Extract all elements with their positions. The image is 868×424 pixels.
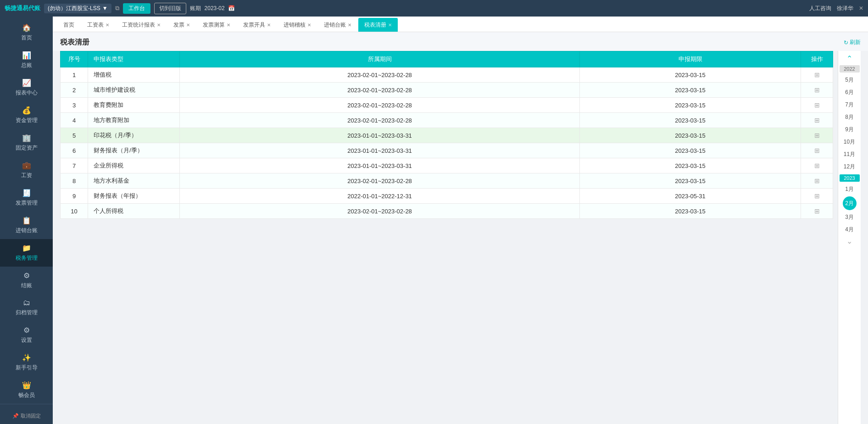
month-10[interactable]: 10月 bbox=[840, 136, 860, 148]
switch-old-button[interactable]: 切到旧版 bbox=[154, 3, 186, 14]
cell-deadline: 2023-03-15 bbox=[580, 173, 801, 189]
action-icon[interactable]: ⊞ bbox=[814, 147, 820, 154]
cell-action[interactable]: ⊞ bbox=[801, 128, 833, 143]
action-icon[interactable]: ⊞ bbox=[814, 162, 820, 169]
action-icon[interactable]: ⊞ bbox=[814, 207, 820, 215]
cell-deadline: 2023-03-15 bbox=[580, 67, 801, 83]
month-12[interactable]: 12月 bbox=[840, 161, 860, 173]
sidebar: 🏠 首页 📊 总账 📈 报表中心 💰 资金管理 🏢 固定资产 💼 工资 🧾 发票… bbox=[0, 17, 53, 424]
action-icon[interactable]: ⊞ bbox=[814, 192, 820, 200]
sidebar-item-tax-mgmt[interactable]: 📁 税务管理 bbox=[0, 239, 53, 267]
cell-action[interactable]: ⊞ bbox=[801, 189, 833, 204]
pin-icon: 📌 bbox=[12, 413, 19, 419]
tab-salary[interactable]: 工资表 ✕ bbox=[81, 18, 115, 32]
cell-period: 2023-02-01~2023-02-28 bbox=[180, 204, 580, 219]
action-icon[interactable]: ⊞ bbox=[814, 117, 820, 124]
sidebar-item-home[interactable]: 🏠 首页 bbox=[0, 19, 53, 46]
sidebar-item-settlement[interactable]: ⚙ 结账 bbox=[0, 267, 53, 294]
sidebar-item-general-ledger[interactable]: 📊 总账 bbox=[0, 46, 53, 74]
sidebar-item-new-guide[interactable]: ✨ 新手引导 bbox=[0, 349, 53, 376]
calendar-icon[interactable]: 📅 bbox=[228, 5, 235, 11]
tab-close-import-check[interactable]: ✕ bbox=[307, 22, 311, 28]
month-apr-2023[interactable]: 4月 bbox=[840, 223, 860, 236]
action-icon[interactable]: ⊞ bbox=[814, 101, 820, 109]
tab-home[interactable]: 首页 bbox=[57, 18, 80, 32]
col-header-period: 所属期间 bbox=[180, 51, 580, 67]
cell-seq: 7 bbox=[61, 158, 88, 173]
tab-import-account[interactable]: 进销台账 ✕ bbox=[318, 18, 357, 32]
sidebar-item-import-account[interactable]: 📋 进销台账 bbox=[0, 212, 53, 239]
copy-icon[interactable]: ⧉ bbox=[115, 5, 119, 12]
cell-type: 地方水利基金 bbox=[88, 173, 180, 189]
cell-action[interactable]: ⊞ bbox=[801, 98, 833, 113]
month-jan-2023[interactable]: 1月 bbox=[840, 183, 860, 195]
sidebar-item-invoice-mgmt[interactable]: 🧾 发票管理 bbox=[0, 184, 53, 212]
tab-close-invoice[interactable]: ✕ bbox=[186, 22, 190, 28]
tab-close-invoice-open[interactable]: ✕ bbox=[267, 22, 271, 28]
member-icon: 👑 bbox=[22, 381, 31, 390]
month-mar-2023[interactable]: 3月 bbox=[840, 211, 860, 223]
cell-period: 2023-02-01~2023-02-28 bbox=[180, 83, 580, 98]
month-7[interactable]: 7月 bbox=[840, 99, 860, 111]
refresh-button[interactable]: ↻ 刷新 bbox=[844, 39, 861, 46]
month-11[interactable]: 11月 bbox=[840, 148, 860, 161]
tab-close-tax-clear[interactable]: ✕ bbox=[388, 22, 392, 28]
month-6[interactable]: 6月 bbox=[840, 86, 860, 99]
tab-invoice-open[interactable]: 发票开具 ✕ bbox=[237, 18, 277, 32]
month-8[interactable]: 8月 bbox=[840, 111, 860, 123]
cell-action[interactable]: ⊞ bbox=[801, 143, 833, 158]
cell-action[interactable]: ⊞ bbox=[801, 83, 833, 98]
cancel-pin-button[interactable]: 📌 取消固定 bbox=[0, 409, 53, 423]
col-header-deadline: 申报期限 bbox=[580, 51, 801, 67]
tab-close-salary[interactable]: ✕ bbox=[106, 22, 109, 28]
month-5[interactable]: 5月 bbox=[840, 74, 860, 86]
tab-close-salary-report[interactable]: ✕ bbox=[157, 22, 161, 28]
action-icon[interactable]: ⊞ bbox=[814, 71, 820, 78]
cell-type: 个人所得税 bbox=[88, 204, 180, 219]
tab-close-import-account[interactable]: ✕ bbox=[348, 22, 351, 28]
sidebar-item-archive-mgmt[interactable]: 🗂 归档管理 bbox=[0, 294, 53, 321]
sidebar-bottom: 📌 取消固定 bbox=[0, 404, 53, 424]
user-menu[interactable]: 徐泽华 bbox=[837, 5, 853, 12]
tab-salary-report[interactable]: 工资统计报表 ✕ bbox=[116, 18, 167, 32]
company-selector[interactable]: (勿动）江西股宝-LSS ▼ bbox=[44, 4, 111, 13]
close-window-icon[interactable]: ✕ bbox=[859, 5, 863, 11]
cell-period: 2022-01-01~2022-12-31 bbox=[180, 189, 580, 204]
page-header: 税表清册 ↻ 刷新 bbox=[53, 32, 868, 51]
ledger-icon: 📊 bbox=[22, 51, 31, 60]
cell-deadline: 2023-03-15 bbox=[580, 128, 801, 143]
cell-seq: 2 bbox=[61, 83, 88, 98]
sidebar-item-fund-mgmt[interactable]: 💰 资金管理 bbox=[0, 101, 53, 129]
sidebar-item-member[interactable]: 👑 畅会员 bbox=[0, 376, 53, 404]
table-row: 5 印花税（月/季） 2023-01-01~2023-03-31 2023-03… bbox=[61, 128, 833, 143]
action-icon[interactable]: ⊞ bbox=[814, 177, 820, 184]
cell-action[interactable]: ⊞ bbox=[801, 67, 833, 83]
tab-tax-clear[interactable]: 税表清册 ✕ bbox=[358, 18, 398, 32]
year-2023-label: 2023 bbox=[840, 174, 860, 182]
tab-invoice[interactable]: 发票 ✕ bbox=[167, 18, 196, 32]
cell-action[interactable]: ⊞ bbox=[801, 173, 833, 189]
action-icon[interactable]: ⊞ bbox=[814, 86, 820, 94]
calendar-down-arrow[interactable]: ⌄ bbox=[846, 236, 853, 246]
home-icon: 🏠 bbox=[22, 23, 31, 32]
workbench-button[interactable]: 工作台 bbox=[123, 3, 150, 14]
cell-action[interactable]: ⊞ bbox=[801, 113, 833, 128]
action-icon[interactable]: ⊞ bbox=[814, 132, 820, 139]
sidebar-item-settings[interactable]: ⚙ 设置 bbox=[0, 321, 53, 349]
cell-deadline: 2023-03-15 bbox=[580, 143, 801, 158]
month-feb-2023[interactable]: 2月 bbox=[843, 196, 857, 210]
sidebar-item-salary[interactable]: 💼 工资 bbox=[0, 156, 53, 184]
month-9[interactable]: 9月 bbox=[840, 123, 860, 136]
cell-seq: 6 bbox=[61, 143, 88, 158]
table-main: 序号 申报表类型 所属期间 申报期限 操作 1 增值税 2023-02-01~2… bbox=[60, 51, 833, 424]
cell-action[interactable]: ⊞ bbox=[801, 204, 833, 219]
tab-invoice-calc[interactable]: 发票测算 ✕ bbox=[197, 18, 236, 32]
calendar-up-arrow[interactable]: ⌃ bbox=[846, 53, 853, 64]
tab-close-invoice-calc[interactable]: ✕ bbox=[227, 22, 230, 28]
support-link[interactable]: 人工咨询 bbox=[809, 5, 831, 12]
sidebar-item-fixed-assets[interactable]: 🏢 固定资产 bbox=[0, 129, 53, 156]
cell-seq: 3 bbox=[61, 98, 88, 113]
tab-import-check[interactable]: 进销稽核 ✕ bbox=[278, 18, 317, 32]
sidebar-item-report-center[interactable]: 📈 报表中心 bbox=[0, 74, 53, 101]
cell-action[interactable]: ⊞ bbox=[801, 158, 833, 173]
